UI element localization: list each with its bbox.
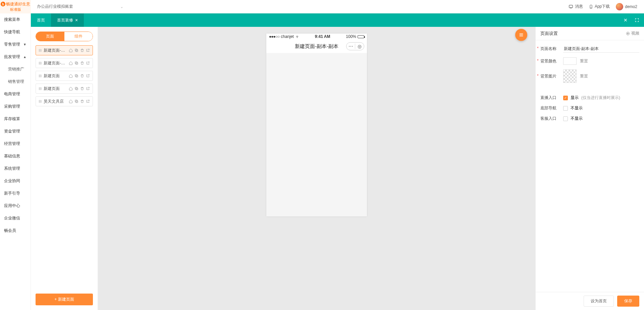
sidebar-item[interactable]: 快捷导航 [0, 26, 31, 38]
external-link-icon[interactable] [86, 61, 90, 65]
home-icon[interactable] [69, 74, 73, 78]
close-icon[interactable]: × [75, 17, 78, 23]
svg-rect-10 [75, 87, 77, 89]
copy-icon[interactable] [74, 99, 78, 103]
user-menu[interactable]: demo2 [616, 3, 637, 10]
bg-image-swatch[interactable] [563, 69, 577, 83]
field-label-page-name: 页面名称 [540, 46, 563, 52]
drag-handle-icon[interactable]: ▤ [39, 74, 42, 78]
sidebar-item[interactable]: 新手引导 [0, 187, 31, 200]
phone-preview: ●●●○○ chanjet 9:41 AM 100% [266, 34, 367, 216]
app-download-button[interactable]: App下载 [589, 4, 610, 9]
svg-rect-3 [76, 50, 78, 52]
trash-icon[interactable] [80, 61, 84, 65]
sidebar-item[interactable]: 采购管理 [0, 100, 31, 113]
sidebar-item-label: 系统管理 [4, 166, 20, 171]
tab-home[interactable]: 首页 [31, 13, 51, 27]
sidebar-item-label: 库存核算 [4, 116, 20, 122]
sidebar-item-label: 资金管理 [4, 128, 20, 134]
close-all-icon[interactable]: ✕ [622, 16, 629, 24]
copy-icon[interactable] [74, 87, 78, 91]
drag-handle-icon[interactable]: ▤ [39, 100, 42, 103]
segment-tabs: 页面 组件 [36, 32, 93, 41]
sidebar-item[interactable]: 资金管理 [0, 125, 31, 138]
sidebar-item[interactable]: 企业微信 [0, 212, 31, 224]
sidebar-item[interactable]: 库存核算 [0, 113, 31, 125]
new-page-button[interactable]: + 新建页面 [36, 294, 93, 305]
tab-page-decor[interactable]: 首页装修 × [51, 13, 84, 27]
sidebar-item[interactable]: 零售管理▼ [0, 38, 31, 51]
mobile-icon [589, 4, 593, 9]
home-icon[interactable] [69, 99, 73, 103]
home-icon[interactable] [69, 48, 73, 52]
drag-handle-icon[interactable]: ▤ [39, 49, 42, 52]
sidebar-item-label: 搜索菜单 [4, 17, 20, 22]
set-home-button[interactable]: 设为首页 [584, 296, 614, 307]
external-link-icon[interactable] [86, 99, 90, 103]
target-icon[interactable]: ◎ [355, 44, 364, 49]
trash-icon[interactable] [80, 99, 84, 103]
sidebar-item[interactable]: 电商管理 [0, 88, 31, 100]
save-button[interactable]: 保存 [617, 296, 639, 307]
sidebar-item[interactable]: 营销推广 [0, 63, 31, 75]
trash-icon[interactable] [80, 74, 84, 78]
canvas-menu-fab[interactable] [515, 29, 527, 41]
sidebar-item[interactable]: 系统管理 [0, 162, 31, 175]
external-link-icon[interactable] [86, 87, 90, 91]
bg-image-reset[interactable]: 重置 [580, 73, 588, 79]
bottom-nav-checkbox[interactable] [563, 106, 568, 111]
bg-color-reset[interactable]: 重置 [580, 58, 588, 64]
logo-edition: 标准版 [10, 7, 21, 12]
page-list-item[interactable]: ▤昊天文具店 [36, 96, 93, 106]
trash-icon[interactable] [80, 87, 84, 91]
drag-handle-icon[interactable]: ▤ [39, 87, 42, 90]
service-entry-checkbox[interactable] [563, 116, 568, 121]
logo[interactable]: b畅捷通好生意 标准版 [0, 0, 31, 13]
page-item-name: 新建页面 [44, 86, 67, 92]
external-link-icon[interactable] [86, 74, 90, 78]
chevron-down-icon: ⌄ [120, 4, 123, 9]
topbar: b畅捷通好生意 标准版 办公品行业模拟账套 ⌄ 消息 App下载 demo2 [0, 0, 644, 13]
page-list-item[interactable]: ▤新建页面 [36, 84, 93, 94]
home-icon[interactable] [69, 87, 73, 91]
copy-icon[interactable] [74, 48, 78, 52]
svg-rect-0 [569, 5, 573, 8]
battery-icon [358, 35, 364, 38]
segment-tab-component[interactable]: 组件 [64, 32, 93, 41]
fullscreen-icon[interactable] [633, 16, 641, 24]
field-label-bottom-nav: 底部导航 [540, 105, 563, 111]
account-set-selector[interactable]: 办公品行业模拟账套 ⌄ [37, 4, 123, 9]
copy-icon[interactable] [74, 61, 78, 65]
sidebar-item[interactable]: 基础信息 [0, 150, 31, 162]
sidebar-item[interactable]: 应用中心 [0, 200, 31, 212]
trash-icon[interactable] [80, 48, 84, 52]
home-icon[interactable] [69, 61, 73, 65]
sidebar-item[interactable]: 畅会员 [0, 224, 31, 237]
sidebar-item[interactable]: 搜索菜单 [0, 13, 31, 26]
mini-program-header: 新建页面-副本-副本 ⋯ ◎ [266, 40, 367, 53]
play-icon [626, 32, 630, 36]
messages-button[interactable]: 消息 [569, 4, 583, 9]
segment-tab-page[interactable]: 页面 [36, 32, 64, 41]
tabbar: 首页 首页装修 × ✕ [31, 13, 644, 27]
video-help-button[interactable]: 视频 [626, 31, 639, 36]
drag-handle-icon[interactable]: ▤ [39, 61, 42, 65]
copy-icon[interactable] [74, 74, 78, 78]
page-list-item[interactable]: ▤新建页面-副本... [36, 45, 93, 55]
svg-rect-12 [75, 100, 77, 102]
external-link-icon[interactable] [86, 48, 90, 52]
page-name-input[interactable] [563, 45, 639, 53]
sidebar-item[interactable]: 企业协同 [0, 175, 31, 187]
right-panel: 页面设置 视频 页面名称 背景颜色 [535, 27, 644, 310]
svg-point-13 [297, 38, 298, 38]
sidebar-item[interactable]: 批发管理▲ [0, 51, 31, 63]
svg-rect-11 [76, 101, 78, 103]
page-list-item[interactable]: ▤新建页面-副本 [36, 58, 93, 68]
live-entry-checkbox[interactable]: ✓ [563, 96, 568, 100]
bg-color-swatch[interactable] [563, 57, 577, 65]
more-icon[interactable]: ⋯ [346, 44, 355, 49]
app-download-label: App下载 [595, 4, 610, 9]
page-list-item[interactable]: ▤新建页面 [36, 71, 93, 81]
sidebar-item[interactable]: 经营管理 [0, 138, 31, 150]
sidebar-item[interactable]: 销售管理 [0, 75, 31, 88]
